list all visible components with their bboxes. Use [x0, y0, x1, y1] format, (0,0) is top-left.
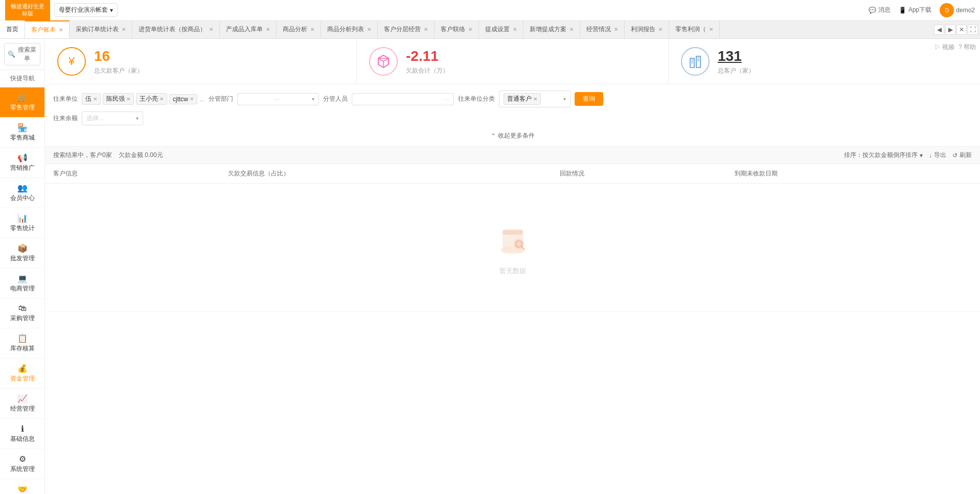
sidebar-search-label: 搜索菜单	[17, 46, 37, 63]
building-icon	[688, 54, 702, 69]
tab-close-icon[interactable]: ✕	[266, 27, 270, 32]
tab-customer-tier[interactable]: 客户分层经营 ✕	[378, 20, 435, 39]
tab-new-mention-label: 新增提成方案	[530, 25, 566, 34]
tab-close-icon[interactable]: ✕	[122, 27, 126, 32]
tab-mention-settings-label: 提成设置	[485, 25, 510, 34]
debt-customers-icon: ¥	[57, 47, 86, 76]
sidebar-item-marketing[interactable]: 📢 营销推广	[0, 148, 44, 178]
sidebar-item-enterprise-coop[interactable]: 🤝 企业协同	[0, 479, 44, 494]
refresh-icon: ↺	[952, 152, 958, 159]
filter-tag-unit-2: 陈民强 ✕	[103, 93, 134, 105]
sidebar-item-basic-info[interactable]: ℹ 基础信息	[0, 419, 44, 449]
filter-tag-unit-1: 伍 ✕	[82, 93, 101, 105]
user-menu[interactable]: D demo2	[940, 3, 975, 17]
balance-select[interactable]: 选择... ▾	[82, 111, 143, 125]
sidebar-finance-label: 资金管理	[10, 374, 35, 383]
workspace-selector[interactable]: 母婴行业演示帐套 ▾	[54, 3, 118, 17]
sidebar-item-ecommerce[interactable]: 💻 电商管理	[0, 268, 44, 299]
sidebar-item-wholesale[interactable]: 📦 批发管理	[0, 238, 44, 268]
tab-customer-contact[interactable]: 客户联络 ✕	[435, 20, 479, 39]
tab-retail-profit[interactable]: 零售利润（ ✕	[669, 20, 720, 39]
tab-goods-analysis-list[interactable]: 商品分析列表 ✕	[321, 20, 378, 39]
unit-class-close-icon[interactable]: ✕	[533, 96, 537, 102]
dept-select[interactable]: ··· ▾	[237, 93, 319, 105]
sidebar-item-retail-stats[interactable]: 📊 零售统计	[0, 208, 44, 238]
sidebar-item-retail-mall[interactable]: 🏪 零售商城	[0, 118, 44, 148]
sidebar-item-purchase[interactable]: 🛍 采购管理	[0, 299, 44, 328]
tab-retail-profit-label: 零售利润（	[675, 25, 706, 34]
tab-new-mention[interactable]: 新增提成方案 ✕	[523, 20, 580, 39]
table-header-row: 客户信息 欠款交易信息（占比） 回款情况 到期未收款日期	[45, 164, 980, 184]
video-label: 视频	[942, 43, 954, 51]
content-area: ¥ 16 总欠款客户（家） -2.11	[45, 39, 980, 494]
tab-purchase-orders[interactable]: 采购订单统计表 ✕	[70, 20, 132, 39]
unit-class-select[interactable]: 普通客户 ✕ ▾	[499, 91, 571, 107]
help-button[interactable]: ? 帮助	[959, 43, 976, 52]
video-icon: ▷	[935, 43, 941, 51]
sidebar-item-member[interactable]: 👥 会员中心	[0, 178, 44, 208]
tab-prev-arrow[interactable]: ◀	[934, 25, 944, 35]
sidebar-item-operation[interactable]: 📈 经营管理	[0, 389, 44, 419]
filter-more-button[interactable]: ...	[199, 96, 204, 103]
member-icon: 👥	[17, 183, 28, 193]
tag-close-icon[interactable]: ✕	[159, 96, 164, 102]
pink-diamond-icon	[376, 54, 391, 69]
filter-tag-unit-4: cjttcw ✕	[169, 94, 197, 104]
tab-expand[interactable]: ⛶	[968, 25, 978, 35]
video-help-button[interactable]: ▷ 视频	[935, 43, 954, 52]
tab-customer-tier-label: 客户分层经营	[384, 25, 421, 34]
tab-close-icon[interactable]: ✕	[468, 27, 472, 32]
tab-next-arrow[interactable]: ▶	[945, 25, 955, 35]
tab-goods-stats[interactable]: 进货单统计表（按商品） ✕	[132, 20, 220, 39]
tab-close-icon[interactable]: ✕	[424, 27, 428, 32]
tab-close-icon[interactable]: ✕	[614, 27, 618, 32]
sort-selector[interactable]: 排序：按欠款金额倒序排序 ▾	[844, 151, 923, 160]
tab-operation[interactable]: 经营情况 ✕	[580, 20, 625, 39]
tab-goods-analysis[interactable]: 商品分析 ✕	[277, 20, 321, 39]
sidebar-item-retail[interactable]: 🛒 零售管理	[0, 87, 44, 118]
tab-purchase-form-label: 产成品入库单	[226, 25, 263, 34]
result-bar-right: 排序：按欠款金额倒序排序 ▾ ↓ 导出 ↺ 刷新	[844, 151, 972, 160]
sort-label: 排序：按欠款金额倒序排序	[844, 151, 918, 160]
person-select[interactable]: ···	[352, 93, 454, 105]
sidebar-item-inventory[interactable]: 📋 库存核算	[0, 328, 44, 358]
sidebar-quick-nav[interactable]: 快捷导航	[0, 70, 44, 87]
dept-chevron-icon: ▾	[312, 96, 314, 102]
tab-profit-report[interactable]: 利润报告 ✕	[625, 20, 669, 39]
tab-mention-settings[interactable]: 提成设置 ✕	[479, 20, 523, 39]
sidebar-search-button[interactable]: 🔍 搜索菜单	[4, 43, 40, 65]
tab-purchase-form[interactable]: 产成品入库单 ✕	[220, 20, 277, 39]
tab-close-icon[interactable]: ✕	[310, 27, 314, 32]
message-button[interactable]: 💬 消息	[869, 6, 891, 14]
refresh-button[interactable]: ↺ 刷新	[952, 151, 972, 160]
tab-accounts[interactable]: 客户账本 ✕	[25, 20, 70, 39]
collapse-more-button[interactable]: ⌃ 收起更多条件	[53, 129, 972, 140]
stat-debt-customers: ¥ 16 总欠款客户（家）	[45, 39, 357, 84]
tab-home[interactable]: 首页	[0, 20, 25, 39]
app-download-button[interactable]: 📱 App下载	[899, 6, 931, 14]
tab-close-icon[interactable]: ✕	[367, 27, 371, 32]
header-left: 畅捷通好生意 标版 母婴行业演示帐套 ▾	[5, 0, 118, 20]
tag-close-icon[interactable]: ✕	[190, 96, 194, 102]
tab-close-icon[interactable]: ✕	[569, 27, 574, 32]
tag-close-icon[interactable]: ✕	[126, 96, 130, 102]
filter-tag-unit-class: 普通客户 ✕	[504, 93, 541, 105]
sidebar-item-system[interactable]: ⚙ 系统管理	[0, 449, 44, 479]
tab-close-icon[interactable]: ✕	[658, 27, 663, 32]
tab-close-icon[interactable]: ✕	[513, 27, 517, 32]
tab-close-icon[interactable]: ✕	[59, 27, 63, 33]
query-button[interactable]: 查询	[575, 92, 603, 106]
sort-chevron-icon: ▾	[920, 152, 923, 159]
filter-bar: 往来单位 伍 ✕ 陈民强 ✕ 王小亮 ✕ cjttcw	[45, 84, 980, 147]
sidebar-member-label: 会员中心	[10, 194, 35, 203]
export-button[interactable]: ↓ 导出	[929, 151, 946, 160]
tab-close-all[interactable]: ✕	[956, 25, 967, 35]
chevron-down-icon: ▾	[110, 7, 113, 14]
tab-close-icon[interactable]: ✕	[709, 27, 713, 32]
sidebar-item-finance[interactable]: 💰 资金管理	[0, 358, 44, 389]
logo-text: 畅捷通好生意 标版	[11, 3, 44, 16]
tab-close-icon[interactable]: ✕	[209, 27, 213, 32]
tag-close-icon[interactable]: ✕	[93, 96, 97, 102]
quick-nav-label: 快捷导航	[10, 75, 35, 82]
stats-bar: ¥ 16 总欠款客户（家） -2.11	[45, 39, 980, 84]
